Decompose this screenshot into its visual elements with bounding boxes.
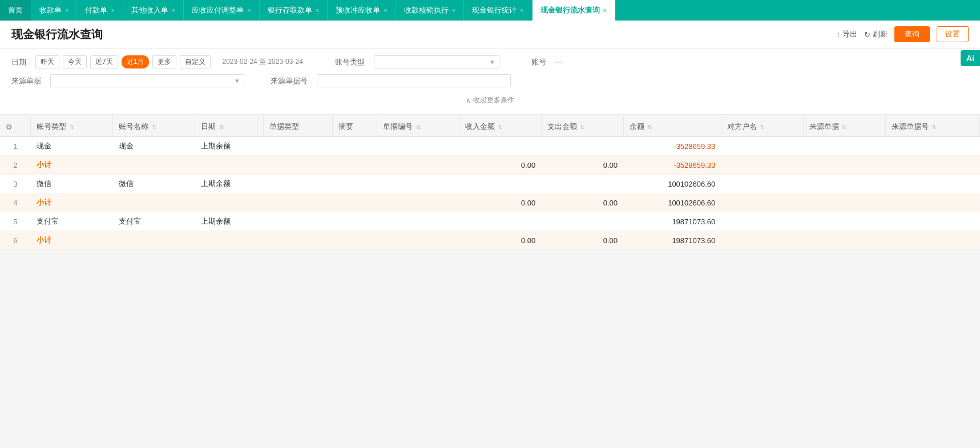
cell-row-num: 3	[0, 175, 31, 193]
sort-expense-icon: ⇅	[580, 124, 584, 130]
collapse-label: 收起更多条件	[473, 95, 514, 105]
cell-account-name: 微信	[113, 175, 195, 193]
cell-summary	[332, 175, 377, 193]
nav-item-adjustment[interactable]: 应收应付调整单 ×	[184, 0, 259, 21]
col-doc-no[interactable]: 单据编号 ⇅	[377, 117, 459, 137]
nav-item-prepay[interactable]: 预收冲应收单 ×	[328, 0, 396, 21]
col-date[interactable]: 日期 ⇅	[195, 117, 264, 137]
account-type-select[interactable]: ▾	[374, 55, 499, 68]
cell-doc-type	[263, 156, 332, 175]
col-source-doc-no[interactable]: 来源单据号 ⇅	[885, 117, 980, 137]
date-btn-7days[interactable]: 近7天	[90, 55, 118, 68]
cell-counterpart	[721, 175, 803, 193]
close-prepay-icon[interactable]: ×	[384, 7, 387, 14]
col-account-name[interactable]: 账号名称 ⇅	[113, 117, 195, 137]
date-range-display: 2023-02-24 至 2023-03-24	[222, 57, 303, 67]
date-btn-custom[interactable]: 自定义	[180, 55, 211, 68]
close-receipt-icon[interactable]: ×	[65, 7, 68, 14]
cell-account-name: 支付宝	[113, 212, 195, 231]
export-button[interactable]: ↑ 导出	[837, 29, 858, 39]
cell-row-num: 5	[0, 212, 31, 231]
table-row[interactable]: 4 小计 0.00 0.00 100102606.60	[0, 193, 980, 212]
cell-doc-no	[377, 156, 459, 175]
col-summary[interactable]: 摘要	[332, 117, 377, 137]
nav-item-write-off[interactable]: 收款核销执行 ×	[396, 0, 464, 21]
nav-item-home[interactable]: 首页	[0, 0, 31, 21]
sort-doc-no-icon: ⇅	[416, 124, 421, 130]
col-gear[interactable]: ⚙	[0, 117, 31, 137]
ai-badge[interactable]: Ai	[961, 50, 980, 66]
nav-label-bank-deposit: 银行存取款单	[268, 5, 312, 15]
col-counterpart[interactable]: 对方户名 ⇅	[721, 117, 803, 137]
gear-icon[interactable]: ⚙	[6, 123, 13, 131]
cell-account-name	[113, 193, 195, 212]
cell-counterpart	[721, 231, 803, 250]
col-account-type[interactable]: 账号类型 ⇅	[31, 117, 113, 137]
close-payment-icon[interactable]: ×	[111, 7, 114, 14]
table-header: ⚙ 账号类型 ⇅ 账号名称 ⇅ 日期 ⇅ 单据类型 摘要	[0, 117, 980, 137]
date-btn-1month[interactable]: 近1月	[122, 55, 150, 68]
date-btn-yesterday[interactable]: 昨天	[35, 55, 59, 68]
nav-label-adjustment: 应收应付调整单	[192, 5, 244, 15]
nav-item-other-income[interactable]: 其他收入单 ×	[123, 0, 184, 21]
col-source-doc[interactable]: 来源单据 ⇅	[803, 117, 885, 137]
table-row[interactable]: 2 小计 0.00 0.00 -3528659.33	[0, 156, 980, 175]
table-row[interactable]: 5 支付宝 支付宝 上期余额 19871073.60	[0, 212, 980, 231]
col-expense[interactable]: 支出金额 ⇅	[541, 117, 623, 137]
filter-row-2: 来源单据 ▾ 来源单据号	[11, 74, 969, 87]
account-type-label: 账号类型	[335, 57, 365, 67]
refresh-icon: ↻	[864, 30, 870, 39]
settings-button[interactable]: 设置	[937, 26, 969, 42]
cell-doc-type	[263, 193, 332, 212]
cell-balance: 19871073.60	[623, 231, 721, 250]
page-header: 现金银行流水查询 ↑ 导出 ↻ 刷新 查询 设置	[0, 21, 980, 49]
account-more-icon[interactable]: ···	[555, 57, 563, 67]
collapse-bar[interactable]: ∧ 收起更多条件	[11, 93, 969, 110]
cell-row-num: 2	[0, 156, 31, 175]
cell-account-type: 现金	[31, 137, 113, 156]
col-balance[interactable]: 余额 ⇅	[623, 117, 721, 137]
col-doc-type[interactable]: 单据类型	[263, 117, 332, 137]
nav-item-payment[interactable]: 付款单 ×	[77, 0, 123, 21]
nav-item-cashflow[interactable]: 现金银行流水查询 ×	[533, 0, 615, 21]
close-adjustment-icon[interactable]: ×	[247, 7, 251, 14]
nav-item-receipt[interactable]: 收款单 ×	[31, 0, 77, 21]
cell-counterpart	[721, 193, 803, 212]
date-btn-more[interactable]: 更多	[152, 55, 176, 68]
close-stats-icon[interactable]: ×	[520, 7, 523, 14]
cell-summary	[332, 193, 377, 212]
nav-label-receipt: 收款单	[39, 5, 62, 15]
sort-source-doc-no-icon: ⇅	[931, 124, 936, 130]
cell-source-doc-no	[885, 137, 980, 156]
table-row[interactable]: 1 现金 现金 上期余额 -3528659.33	[0, 137, 980, 156]
source-doc-num-input[interactable]	[317, 74, 511, 87]
table-area: ⚙ 账号类型 ⇅ 账号名称 ⇅ 日期 ⇅ 单据类型 摘要	[0, 117, 980, 250]
top-navigation: 首页 收款单 × 付款单 × 其他收入单 × 应收应付调整单 × 银行存取款单 …	[0, 0, 980, 21]
col-income[interactable]: 收入金额 ⇅	[459, 117, 541, 137]
source-doc-select[interactable]: ▾	[50, 74, 244, 87]
page-title: 现金银行流水查询	[11, 27, 103, 42]
col-source-doc-label: 来源单据	[809, 122, 839, 131]
cell-source-doc	[803, 231, 885, 250]
sort-income-icon: ⇅	[498, 124, 502, 130]
cell-source-doc	[803, 193, 885, 212]
cell-date: 上期余额	[195, 175, 264, 193]
table-row[interactable]: 6 小计 0.00 0.00 19871073.60	[0, 231, 980, 250]
close-cashflow-icon[interactable]: ×	[603, 7, 607, 14]
close-write-off-icon[interactable]: ×	[452, 7, 455, 14]
refresh-button[interactable]: ↻ 刷新	[864, 29, 888, 39]
query-button[interactable]: 查询	[894, 26, 930, 42]
nav-item-stats[interactable]: 现金银行统计 ×	[464, 0, 532, 21]
date-filter-buttons: 昨天 今天 近7天 近1月 更多 自定义	[35, 55, 211, 68]
nav-label-stats: 现金银行统计	[472, 5, 517, 15]
close-bank-deposit-icon[interactable]: ×	[316, 7, 319, 14]
cell-source-doc	[803, 175, 885, 193]
nav-item-bank-deposit[interactable]: 银行存取款单 ×	[260, 0, 328, 21]
cell-summary	[332, 137, 377, 156]
cell-doc-type	[263, 212, 332, 231]
close-other-income-icon[interactable]: ×	[172, 7, 175, 14]
table-row[interactable]: 3 微信 微信 上期余额 100102606.60	[0, 175, 980, 193]
date-btn-today[interactable]: 今天	[63, 55, 87, 68]
cell-balance: -3528659.33	[623, 137, 721, 156]
cell-source-doc	[803, 212, 885, 231]
